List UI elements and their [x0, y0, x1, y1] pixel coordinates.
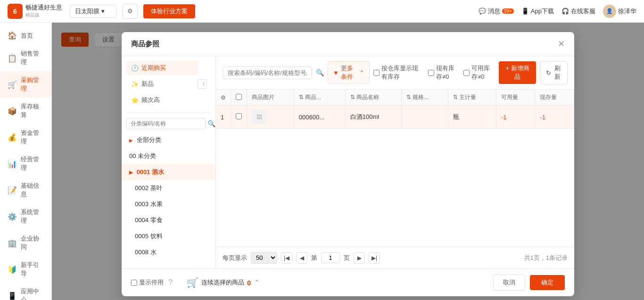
logo-text: 畅捷通好生意: [25, 4, 62, 12]
category-label: 0004 零食: [135, 217, 163, 224]
sidebar-item-enterprise[interactable]: 🏢 企业协同: [0, 230, 51, 256]
sidebar-item-operation[interactable]: 📊 经营管理: [0, 150, 51, 177]
collapse-btn[interactable]: 《: [198, 79, 207, 89]
sidebar-item-basic[interactable]: 📝 基础信息: [0, 177, 51, 203]
next-page-btn[interactable]: ▶: [354, 252, 365, 264]
operation-icon: 📊: [8, 159, 17, 168]
col-image: 商品图片: [247, 90, 294, 106]
sidebar-item-label: 销售管理: [21, 50, 44, 67]
logo-icon: 6: [8, 4, 23, 19]
sidebar-item-purchase[interactable]: 🛒 采购管理: [0, 71, 51, 98]
chevron-up-icon: ⌃: [359, 69, 364, 76]
product-search-icon[interactable]: 🔍: [316, 69, 324, 76]
category-item-0003[interactable]: 0003 水果: [122, 196, 215, 212]
category-item-0005[interactable]: 0005 饮料: [122, 228, 215, 244]
user-nav[interactable]: 👤 徐泽华: [603, 5, 636, 18]
prev-page-btn[interactable]: ◀: [296, 252, 307, 264]
col-unit: ⇅ 主计量: [448, 90, 496, 106]
divider: [126, 113, 211, 113]
tab-recent[interactable]: 🕐 近期购买: [126, 61, 198, 75]
settings-icon[interactable]: ⚙: [123, 4, 138, 19]
help-icon[interactable]: ?: [168, 278, 173, 287]
category-label: 0003 水果: [135, 200, 163, 208]
confirm-btn[interactable]: 确定: [530, 275, 565, 290]
headset-icon: 🎧: [561, 8, 569, 15]
row-name: 白酒100ml: [345, 106, 401, 129]
purchase-icon: 🛒: [8, 80, 17, 89]
top-nav: 6 畅捷通好生意 精品版 日太阳膜 ▾ ⚙ 体验行业方案 💬 消息 99+ 📱 …: [0, 0, 644, 23]
sidebar-item-guide[interactable]: 🔰 新手引导: [0, 256, 51, 283]
category-label: 00 未分类: [129, 152, 156, 159]
page-input[interactable]: [321, 252, 340, 263]
product-search-input[interactable]: [223, 67, 312, 79]
checkbox-warehouse[interactable]: 按仓库显示现有库存: [373, 64, 424, 81]
sidebar-item-sales[interactable]: 📋 销售管理: [0, 45, 51, 71]
page-info: 共1页，1条记录: [524, 254, 568, 262]
close-icon[interactable]: ✕: [558, 39, 565, 49]
star-icon: ⭐: [131, 97, 139, 104]
add-product-btn[interactable]: + 新增商品: [499, 61, 536, 84]
sidebar-item-label: 系统管理: [21, 208, 44, 225]
sidebar-item-label: 采购管理: [21, 76, 44, 93]
tab-label: 新品: [141, 80, 154, 88]
select-all-checkbox[interactable]: [236, 94, 242, 100]
tab-frequent[interactable]: ⭐ 频次高: [126, 93, 198, 107]
row-checkbox[interactable]: [231, 106, 247, 129]
category-search-input[interactable]: [126, 118, 206, 129]
app-download-nav[interactable]: 📱 App下载: [521, 7, 554, 16]
col-stock: 现存量: [535, 90, 574, 106]
messages-nav[interactable]: 💬 消息 99+: [479, 7, 514, 16]
category-item-0008[interactable]: 0008 水: [122, 244, 215, 260]
tenant-dropdown[interactable]: 日太阳膜 ▾: [70, 5, 117, 18]
sidebar-item-home[interactable]: 🏠 首页: [0, 26, 51, 45]
product-image: 🖼: [252, 109, 267, 125]
sidebar-item-label: 企业协同: [21, 234, 44, 251]
checkbox-available-ne0[interactable]: 可用库存≠0: [463, 64, 495, 81]
inventory-icon: 📦: [8, 107, 17, 116]
category-item-00[interactable]: 00 未分类: [122, 148, 215, 164]
checkbox-available-input[interactable]: [463, 70, 470, 76]
category-item-0010[interactable]: 0010 家电: [122, 260, 215, 264]
row-select-checkbox[interactable]: [236, 113, 242, 119]
sidebar-item-inventory[interactable]: 📦 库存核算: [0, 98, 51, 124]
experience-btn[interactable]: 体验行业方案: [143, 4, 195, 18]
refresh-btn[interactable]: ↻ 刷新: [540, 61, 568, 84]
table-row[interactable]: 1 🖼 000600... 白酒100ml 瓶: [216, 106, 574, 129]
show-disabled-label[interactable]: 显示停用: [131, 278, 164, 287]
category-label: 全部分类: [137, 136, 161, 143]
category-item-0001[interactable]: ▶ 0001 酒水: [122, 164, 215, 180]
sidebar-item-finance[interactable]: 💰 资金管理: [0, 124, 51, 150]
cart-icon[interactable]: 🛒: [187, 277, 198, 288]
sidebar-item-label: 经营管理: [21, 155, 44, 172]
sidebar-item-label: 资金管理: [21, 129, 44, 146]
category-item-all[interactable]: ▶ 全部分类: [122, 132, 215, 148]
show-disabled-checkbox[interactable]: [131, 280, 137, 286]
main-layout: 🏠 首页 📋 销售管理 🛒 采购管理 📦 库存核算 💰 资金管理 📊 经营管理 …: [0, 23, 644, 300]
basic-icon: 📝: [8, 186, 17, 195]
new-icon: ✨: [131, 81, 139, 88]
logo-sub: 精品版: [25, 12, 62, 18]
cancel-btn[interactable]: 取消: [493, 275, 525, 291]
per-page-select[interactable]: 50 20 100: [251, 252, 277, 264]
modal-title: 商品参照: [131, 40, 159, 49]
sidebar-item-system[interactable]: ⚙️ 系统管理: [0, 203, 51, 230]
table-header: ⚙ 商品图片 ⇅ 商品... ⇅: [216, 90, 574, 106]
checkbox-stock-input[interactable]: [428, 70, 434, 76]
arrow-icon: ▶: [129, 138, 133, 143]
last-page-btn[interactable]: ▶|: [369, 252, 380, 264]
first-page-btn[interactable]: |◀: [281, 252, 292, 264]
search-icon[interactable]: 🔍: [207, 120, 215, 127]
guide-icon: 🔰: [8, 265, 17, 274]
category-item-0004[interactable]: 0004 零食: [122, 212, 215, 228]
online-service-nav[interactable]: 🎧 在线客服: [561, 7, 595, 16]
category-item-0002[interactable]: 0002 茶叶: [122, 180, 215, 196]
tab-new[interactable]: ✨ 新品: [126, 77, 198, 91]
per-page-label: 每页显示: [223, 254, 247, 262]
sidebar-item-label: 应用中心: [21, 287, 44, 300]
sidebar-item-apps[interactable]: 📱 应用中心: [0, 283, 51, 300]
checkbox-warehouse-input[interactable]: [373, 70, 380, 76]
filter-btn[interactable]: ▼ 更多条件 ⌃: [328, 61, 370, 84]
row-unit: 瓶: [448, 106, 496, 129]
checkbox-stock-ne0[interactable]: 现有库存≠0: [428, 64, 460, 81]
chevron-up-icon[interactable]: ⌃: [254, 278, 260, 287]
